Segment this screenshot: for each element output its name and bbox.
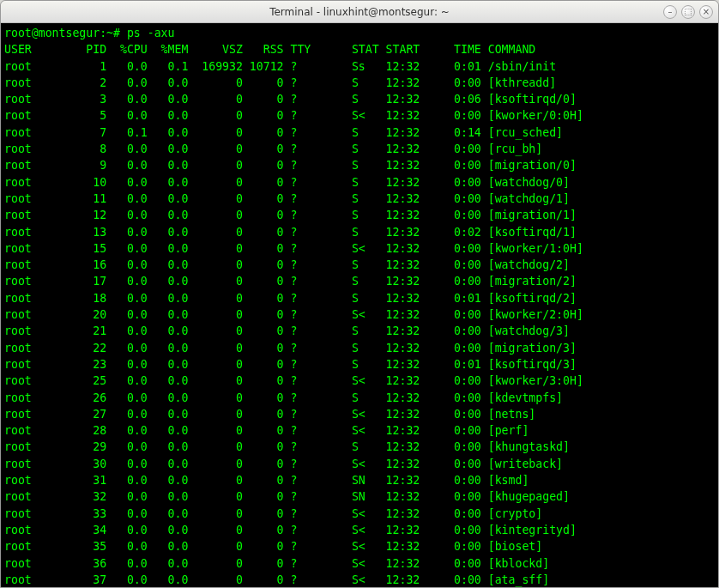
minimize-button[interactable]: –	[663, 5, 677, 19]
window-title: Terminal - linuxhint@montsegur: ~	[269, 6, 450, 18]
titlebar: Terminal - linuxhint@montsegur: ~ – ⬚ ×	[1, 1, 718, 23]
window-controls: – ⬚ ×	[663, 5, 713, 19]
maximize-button[interactable]: ⬚	[681, 5, 695, 19]
terminal-body[interactable]: root@montsegur:~# ps -axu USER PID %CPU …	[1, 23, 718, 587]
terminal-window: Terminal - linuxhint@montsegur: ~ – ⬚ × …	[0, 0, 719, 588]
close-button[interactable]: ×	[699, 5, 713, 19]
